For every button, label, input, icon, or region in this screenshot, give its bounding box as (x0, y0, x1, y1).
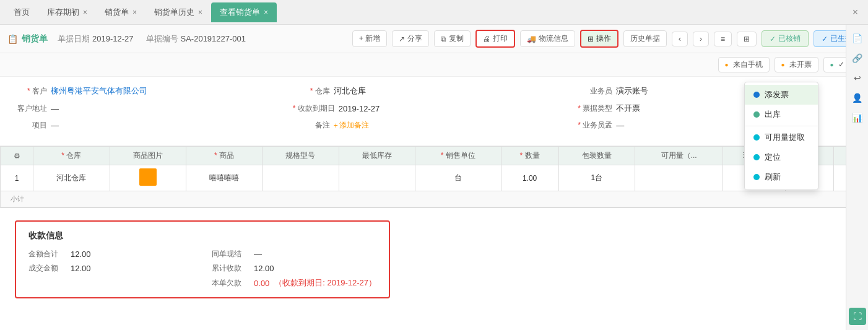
invoice-label: 票据类型 (575, 103, 612, 114)
col-settings[interactable]: ⚙ (1, 147, 33, 165)
same-settle-label: 同单现结 (212, 249, 249, 259)
payment-title: 收款信息 (28, 230, 376, 241)
tab-view-sales-close[interactable]: × (264, 8, 268, 17)
current-owe-row: 本单欠款 0.00 （收款到期日: 2019-12-27） (212, 277, 376, 289)
nav-prev-button[interactable]: ‹ (672, 32, 688, 46)
warehouse-value[interactable]: 河北仓库 (334, 85, 408, 97)
doc-number: 单据编号 SA-20191227-001 (146, 33, 246, 45)
sidebar-return-icon[interactable]: ↩ (849, 69, 866, 87)
available-extract-item[interactable]: 可用量提取 (745, 128, 818, 147)
refresh-item[interactable]: 刷新 (745, 167, 818, 187)
tab-view-sales[interactable]: 查看销货单 × (211, 2, 277, 22)
global-close-button[interactable]: × (848, 4, 863, 20)
view-list-button[interactable]: ≡ (714, 32, 732, 46)
tab-inventory-close[interactable]: × (83, 8, 87, 17)
payment-container: 收款信息 金额合计 12.00 同单现结 — 成交金额 12.00 累计收款 1… (0, 208, 868, 311)
current-owe-label: 本单欠款 (212, 278, 249, 289)
amount-total-value: 12.00 (71, 250, 91, 259)
invoice-value: 不开票 (616, 103, 690, 114)
share-button[interactable]: ↗ 分享 (392, 30, 429, 47)
customer-field: 客户 柳州粤港平安气体有限公司 (10, 85, 293, 97)
cumulative-row: 累计收款 12.00 (212, 263, 376, 274)
refresh-dot (753, 174, 760, 180)
sidebar-doc-icon[interactable]: 📄 (849, 30, 866, 47)
project-label: 项目 (10, 120, 47, 131)
nav-next-button[interactable]: › (693, 32, 709, 46)
history-button[interactable]: 历史单据 (623, 30, 667, 47)
staff-value: 演示账号 (616, 85, 690, 97)
tab-sales-history[interactable]: 销货单历史 × (145, 2, 211, 22)
tab-sales-close[interactable]: × (132, 8, 137, 17)
col-qty: 数量 (501, 147, 558, 165)
form-row-1: 客户 柳州粤港平安气体有限公司 仓库 河北仓库 业务员 演示账号 (10, 85, 858, 97)
settings-icon: ⚙ (14, 152, 20, 160)
outbound-label: 出库 (765, 109, 781, 120)
locate-label: 定位 (765, 152, 781, 163)
table-row: 1 河北仓库 嘻嘻嘻嘻 台 1.00 1台 12.00 0. (1, 165, 868, 191)
sidebar-chart-icon[interactable]: 📊 (849, 109, 866, 126)
not-open-button[interactable]: 未开票 (775, 57, 818, 72)
note-label: 备注 (293, 120, 330, 131)
operations-button[interactable]: ⊞ 操作 (580, 30, 618, 48)
col-product: 商品 (186, 147, 262, 165)
deal-amount-label: 成交金额 (28, 263, 66, 274)
from-mobile-button[interactable]: 来自手机 (718, 57, 770, 72)
doc-title-section: 📋 销货单 (7, 33, 48, 45)
cancelled-button[interactable]: ✓ 已核销 (762, 30, 809, 47)
copy-button[interactable]: ⧉ 复制 (434, 30, 471, 47)
sidebar-user-icon[interactable]: 👤 (849, 89, 866, 106)
address-label: 客户地址 (10, 103, 47, 114)
amount-total-row: 金额合计 12.00 (28, 249, 193, 259)
deal-amount-value: 12.00 (71, 264, 91, 273)
col-available: 可用量（... (635, 147, 723, 165)
current-owe-value: 0.00 (254, 279, 269, 288)
form-row-2: 客户地址 — 收款到期日 2019-12-27 票据类型 不开票 (10, 103, 858, 114)
tab-inventory[interactable]: 库存期初 × (38, 2, 96, 22)
row-available (635, 165, 723, 191)
row-product[interactable]: 嘻嘻嘻嘻 (186, 165, 262, 191)
staff2-label: 业务员孟 (575, 120, 612, 131)
project-field: 项目 — (10, 120, 293, 131)
payment-section: 收款信息 金额合计 12.00 同单现结 — 成交金额 12.00 累计收款 1… (15, 220, 390, 298)
col-image: 商品图片 (110, 147, 186, 165)
same-settle-row: 同单现结 — (212, 249, 376, 259)
grid-icon: ⊞ (588, 35, 594, 43)
add-invoice-item[interactable]: 添发票 (745, 85, 818, 105)
add-note-button[interactable]: + 添加备注 (334, 120, 369, 131)
tab-sales[interactable]: 销货单 × (96, 2, 145, 22)
col-warehouse: 仓库 (33, 147, 110, 165)
plus-icon: + (334, 121, 338, 130)
available-dot (753, 134, 760, 141)
logistics-button[interactable]: 🚚 物流信息 (520, 30, 575, 47)
col-spec: 规格型号 (263, 147, 339, 165)
toolbar: + 新增 ↗ 分享 ⧉ 复制 🖨 打印 🚚 物流信息 ⊞ 操作 历史单据 (352, 30, 861, 48)
customer-value[interactable]: 柳州粤港平安气体有限公司 (51, 85, 147, 97)
warehouse-label: 仓库 (293, 86, 330, 97)
tab-home[interactable]: 首页 (5, 2, 38, 22)
due-date-label: 收款到期日 (293, 103, 335, 114)
locate-dot (753, 154, 760, 160)
col-pack-qty: 包装数量 (558, 147, 635, 165)
sidebar-expand-icon[interactable]: ⛶ (849, 308, 866, 325)
row-spec (263, 165, 339, 191)
outbound-item[interactable]: 出库 (745, 105, 818, 124)
sidebar-link-icon[interactable]: 🔗 (849, 50, 866, 67)
tab-bar: 首页 库存期初 × 销货单 × 销货单历史 × 查看销货单 × × (0, 0, 868, 25)
view-grid-button[interactable]: ⊞ (737, 32, 757, 46)
row-qty[interactable]: 1.00 (501, 165, 558, 191)
owe-note: （收款到期日: 2019-12-27） (274, 277, 376, 289)
new-button[interactable]: + 新增 (352, 30, 387, 47)
row-pack-qty: 1台 (558, 165, 635, 191)
subtotal-label: 小计 (1, 191, 868, 207)
row-num: 1 (1, 165, 33, 191)
print-button[interactable]: 🖨 打印 (475, 30, 515, 48)
tab-sales-history-close[interactable]: × (198, 8, 202, 17)
due-date-value[interactable]: 2019-12-27 (339, 104, 413, 113)
address-field: 客户地址 — (10, 103, 293, 114)
truck-icon: 🚚 (527, 35, 536, 43)
cumulative-value: 12.00 (254, 264, 274, 273)
project-value: — (51, 121, 125, 130)
payment-grid: 金额合计 12.00 同单现结 — 成交金额 12.00 累计收款 12.00 (28, 249, 376, 289)
staff2-value: — (616, 121, 690, 130)
locate-item[interactable]: 定位 (745, 147, 818, 167)
